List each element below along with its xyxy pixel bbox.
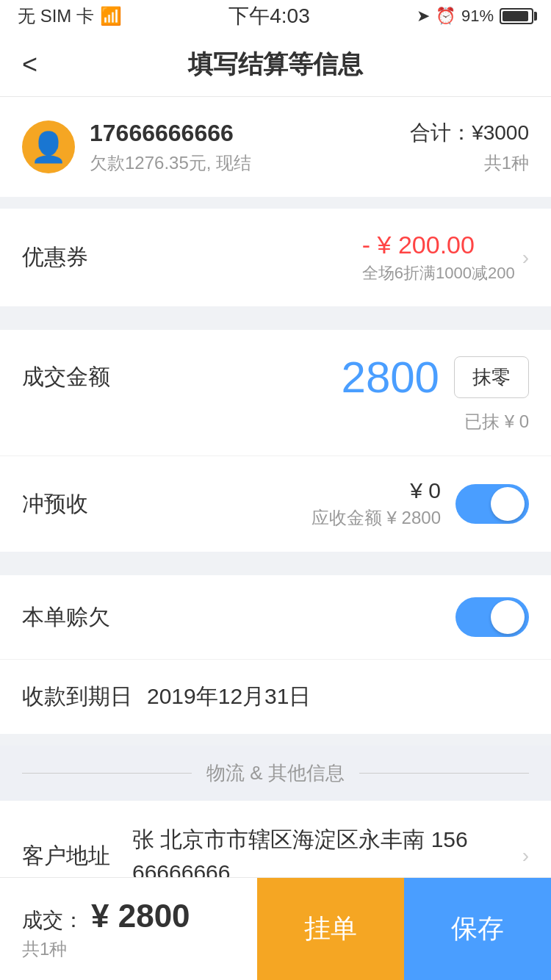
section-divider-2: [0, 552, 551, 563]
deal-amount-number: 2800: [342, 352, 439, 403]
status-time: 下午4:03: [228, 2, 310, 30]
logistics-label: 物流 & 其他信息: [206, 760, 345, 786]
customer-card: 👤 17666666666 欠款1276.35元, 现结 合计：¥3000 共1…: [0, 97, 551, 197]
credit-toggle[interactable]: [455, 597, 529, 637]
deal-amount-sub: 已抹 ¥ 0: [22, 410, 529, 433]
prepaid-amount-block: ¥ 0 应收金额 ¥ 2800: [311, 478, 441, 530]
deal-amount-row: 成交金额 2800 抹零: [22, 352, 529, 403]
credit-label: 本单赊欠: [22, 602, 110, 633]
coupon-arrow-icon: ›: [522, 246, 529, 270]
duedate-row: 收款到期日 2019年12月31日: [22, 682, 529, 712]
page-title: 填写结算等信息: [188, 48, 363, 82]
duedate-section: 收款到期日 2019年12月31日: [0, 659, 551, 734]
section-divider-1: [0, 318, 551, 330]
content: 👤 17666666666 欠款1276.35元, 现结 合计：¥3000 共1…: [0, 97, 551, 980]
prepaid-label: 冲预收: [22, 489, 88, 519]
status-left: 无 SIM 卡 📶: [18, 4, 122, 28]
prepaid-right: ¥ 0 应收金额 ¥ 2800: [311, 478, 529, 530]
customer-phone: 17666666666: [90, 120, 251, 147]
coupon-info: - ¥ 200.00 全场6折满1000减200: [362, 231, 515, 284]
bottom-summary: 成交： ¥ 2800 共1种: [0, 898, 257, 961]
coupon-right: - ¥ 200.00 全场6折满1000减200 ›: [362, 231, 529, 284]
bottom-total-label: 成交：: [22, 907, 84, 934]
bottom-total-row: 成交： ¥ 2800: [22, 898, 235, 934]
pending-button[interactable]: 挂单: [257, 878, 404, 981]
coupon-label: 优惠券: [22, 242, 88, 273]
save-button[interactable]: 保存: [404, 878, 551, 981]
duedate-value: 2019年12月31日: [147, 682, 311, 712]
prepaid-section: 冲预收 ¥ 0 应收金额 ¥ 2800: [0, 455, 551, 552]
round-button[interactable]: 抹零: [454, 356, 529, 398]
alarm-icon: ⏰: [436, 7, 455, 26]
customer-debt: 欠款1276.35元, 现结: [90, 151, 251, 175]
customer-info: 17666666666 欠款1276.35元, 现结: [90, 120, 251, 175]
deal-amount-section: 成交金额 2800 抹零 已抹 ¥ 0: [0, 330, 551, 455]
deal-amount-label: 成交金额: [22, 362, 110, 392]
nav-bar: < 填写结算等信息: [0, 32, 551, 97]
credit-section: 本单赊欠: [0, 575, 551, 659]
bottom-bar: 成交： ¥ 2800 共1种 挂单 保存: [0, 877, 551, 980]
divider-line-left: [22, 773, 192, 774]
customer-total: 合计：¥3000: [410, 119, 529, 147]
deal-amount-right: 2800 抹零: [342, 352, 529, 403]
no-sim-label: 无 SIM 卡: [18, 4, 94, 28]
coupon-row[interactable]: 优惠券 - ¥ 200.00 全场6折满1000减200 ›: [0, 209, 551, 306]
coupon-desc: 全场6折满1000减200: [362, 262, 515, 284]
status-bar: 无 SIM 卡 📶 下午4:03 ➤ ⏰ 91%: [0, 0, 551, 32]
customer-left: 👤 17666666666 欠款1276.35元, 现结: [22, 120, 251, 175]
back-button[interactable]: <: [22, 49, 66, 80]
credit-toggle-knob: [491, 600, 525, 634]
toggle-knob: [491, 487, 525, 521]
address-label: 客户地址: [22, 841, 110, 871]
bottom-count: 共1种: [22, 937, 235, 961]
battery-icon: [500, 8, 533, 24]
coupon-amount: - ¥ 200.00: [362, 231, 515, 259]
avatar: 👤: [22, 120, 75, 173]
duedate-label: 收款到期日: [22, 682, 132, 712]
customer-count: 共1种: [410, 151, 529, 175]
prepaid-amount: ¥ 0: [311, 478, 441, 503]
prepaid-sub: 应收金额 ¥ 2800: [311, 506, 441, 530]
logistics-divider: 物流 & 其他信息: [0, 746, 551, 801]
location-icon: ➤: [417, 7, 430, 26]
bottom-total-amount: ¥ 2800: [91, 898, 190, 934]
customer-right: 合计：¥3000 共1种: [410, 119, 529, 175]
status-right: ➤ ⏰ 91%: [417, 7, 533, 26]
prepaid-row: 冲预收 ¥ 0 应收金额 ¥ 2800: [22, 478, 529, 530]
battery-pct: 91%: [461, 7, 494, 26]
divider-line-right: [359, 773, 529, 774]
battery-fill: [503, 11, 528, 21]
avatar-icon: 👤: [30, 130, 67, 165]
address-arrow-icon: ›: [522, 844, 529, 868]
prepaid-toggle[interactable]: [455, 484, 529, 524]
wifi-icon: 📶: [100, 6, 122, 26]
